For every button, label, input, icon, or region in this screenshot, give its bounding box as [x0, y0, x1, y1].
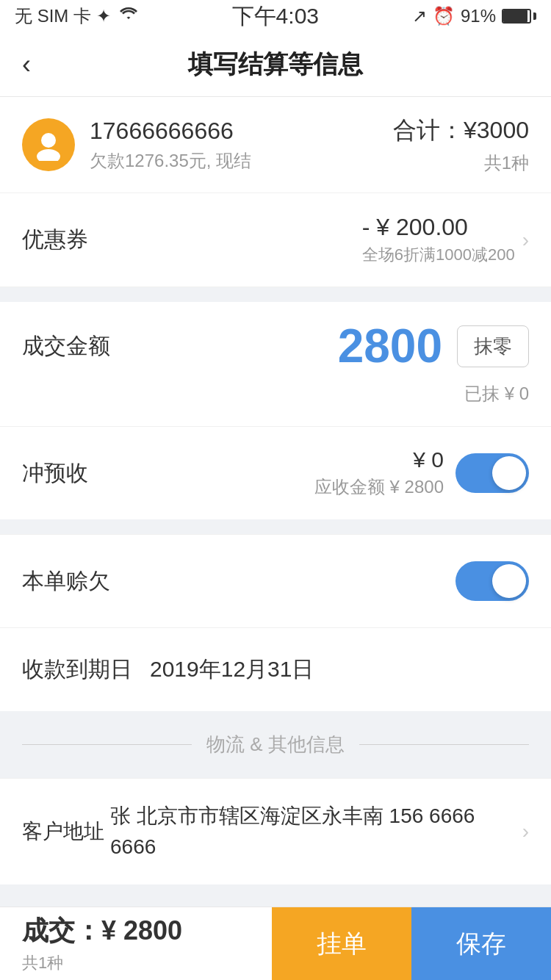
nav-bar: ‹ 填写结算等信息: [0, 32, 551, 97]
divider-line-right: [359, 744, 529, 745]
svg-point-0: [41, 133, 56, 148]
footer-amount: ¥ 2800: [101, 915, 182, 945]
coupon-desc: 全场6折满1000减200: [362, 244, 515, 266]
amount-value-wrap: 2800 抹零: [338, 323, 529, 370]
amount-value: 2800: [338, 323, 442, 370]
prepay-right: ¥ 0 应收金额 ¥ 2800: [314, 447, 529, 499]
prepay-row: 冲预收 ¥ 0 应收金额 ¥ 2800: [22, 447, 529, 499]
alarm-icon: ⏰: [433, 6, 455, 26]
location-icon: ↗: [412, 6, 427, 26]
sim-text: 无 SIM 卡 ✦: [15, 4, 111, 28]
address-section[interactable]: 客户地址 张 北京市市辖区海淀区永丰南 156 6666 6666 ›: [0, 778, 551, 884]
divider-line-left: [22, 744, 192, 745]
amount-label: 成交金额: [22, 331, 110, 361]
duedate-label: 收款到期日: [22, 655, 132, 685]
section-divider-1: [0, 287, 551, 302]
back-button[interactable]: ‹: [22, 49, 31, 80]
coupon-discount: - ¥ 200.00: [362, 214, 515, 241]
chevron-right-icon: ›: [522, 228, 529, 252]
page-title: 填写结算等信息: [188, 48, 363, 82]
customer-info: 17666666666 欠款1276.35元, 现结: [90, 118, 393, 173]
total-sub: 共1种: [393, 151, 529, 175]
battery-icon: [502, 9, 536, 24]
customer-phone: 17666666666: [90, 118, 393, 145]
prepay-toggle[interactable]: [455, 453, 529, 493]
credit-toggle[interactable]: [455, 561, 529, 601]
battery-percent: 91%: [461, 6, 496, 26]
svg-point-1: [37, 149, 60, 161]
avatar: [22, 118, 75, 171]
coupon-row[interactable]: 优惠券 - ¥ 200.00 全场6折满1000减200 ›: [0, 193, 551, 287]
logistics-divider: 物流 & 其他信息: [0, 711, 551, 778]
hold-button[interactable]: 挂单: [272, 907, 411, 981]
amount-sub-row: 已抹 ¥ 0: [22, 381, 529, 406]
customer-sub: 欠款1276.35元, 现结: [90, 149, 393, 173]
wifi-icon: [118, 6, 139, 26]
prepay-label: 冲预收: [22, 458, 88, 489]
duedate-value: 2019年12月31日: [150, 655, 314, 685]
save-button[interactable]: 保存: [411, 907, 551, 981]
footer-info: 成交：¥ 2800 共1种: [0, 913, 272, 974]
footer: 成交：¥ 2800 共1种 挂单 保存: [0, 907, 551, 980]
customer-row: 17666666666 欠款1276.35元, 现结 合计：¥3000 共1种: [0, 97, 551, 193]
amount-sub: 已抹 ¥ 0: [464, 383, 529, 403]
content: 17666666666 欠款1276.35元, 现结 合计：¥3000 共1种 …: [0, 97, 551, 980]
prepay-sub: 应收金额 ¥ 2800: [314, 475, 444, 499]
status-right: ↗ ⏰ 91%: [412, 6, 536, 26]
logistics-text: 物流 & 其他信息: [206, 732, 345, 757]
credit-label: 本单赊欠: [22, 566, 110, 597]
section-divider-2: [0, 519, 551, 534]
prepay-amounts: ¥ 0 应收金额 ¥ 2800: [314, 447, 444, 499]
status-left: 无 SIM 卡 ✦: [15, 4, 139, 28]
footer-total: 成交：¥ 2800: [22, 913, 250, 949]
duedate-section: 收款到期日 2019年12月31日: [0, 627, 551, 711]
customer-total: 合计：¥3000 共1种: [393, 115, 529, 175]
coupon-label: 优惠券: [22, 225, 88, 255]
address-chevron-icon: ›: [522, 820, 529, 843]
round-zero-button[interactable]: 抹零: [457, 325, 529, 367]
status-time: 下午4:03: [232, 1, 319, 32]
coupon-right: - ¥ 200.00 全场6折满1000减200 ›: [362, 214, 529, 266]
prepay-section: 冲预收 ¥ 0 应收金额 ¥ 2800: [0, 426, 551, 519]
status-bar: 无 SIM 卡 ✦ 下午4:03 ↗ ⏰ 91%: [0, 0, 551, 32]
coupon-info: - ¥ 200.00 全场6折满1000减200: [362, 214, 515, 266]
footer-prefix: 成交：: [22, 915, 101, 945]
footer-sub: 共1种: [22, 952, 250, 974]
credit-toggle-knob: [492, 564, 526, 598]
total-amount: 合计：¥3000: [393, 115, 529, 147]
address-label: 客户地址: [22, 818, 110, 846]
amount-section: 成交金额 2800 抹零 已抹 ¥ 0: [0, 302, 551, 426]
prepay-amount: ¥ 0: [314, 447, 444, 472]
credit-section: 本单赊欠: [0, 534, 551, 627]
amount-row: 成交金额 2800 抹零: [22, 323, 529, 370]
toggle-knob: [492, 456, 526, 490]
address-value: 张 北京市市辖区海淀区永丰南 156 6666 6666: [110, 801, 515, 862]
